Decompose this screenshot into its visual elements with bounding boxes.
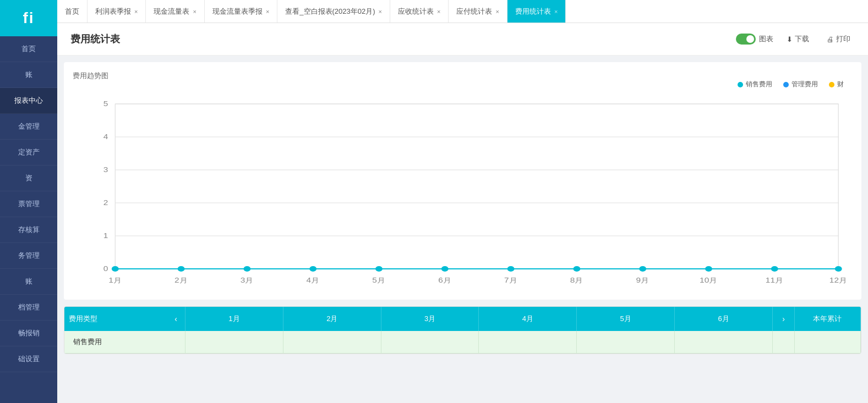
td-month-6 xyxy=(675,331,773,353)
td-month-4 xyxy=(479,331,577,353)
chart-area: 0 1 2 3 4 5 1月 2月 3月 4月 5月 xyxy=(73,87,853,291)
sidebar: fi 首页 账 报表中心 金管理 定资产 资 票管理 存核算 务管理 账 档管理… xyxy=(0,0,57,403)
svg-text:8月: 8月 xyxy=(570,277,583,284)
chart-section: 费用趋势图 销售费用 管理费用 财 xyxy=(64,62,861,300)
print-label: 打印 xyxy=(836,34,850,44)
svg-text:4月: 4月 xyxy=(307,277,320,284)
download-button[interactable]: ⬇ 下载 xyxy=(782,32,814,46)
th-fee-type: 费用类型 ‹ xyxy=(64,307,185,331)
download-label: 下载 xyxy=(795,34,809,44)
svg-text:10月: 10月 xyxy=(700,277,718,284)
svg-point-32 xyxy=(573,266,580,272)
legend-sales-dot xyxy=(738,82,743,87)
sidebar-item-home[interactable]: 首页 xyxy=(0,36,57,62)
tab-receivable-close[interactable]: × xyxy=(437,8,440,15)
svg-text:0: 0 xyxy=(103,265,108,273)
td-month-2 xyxy=(283,331,381,353)
th-month-4: 4月 xyxy=(479,307,577,331)
sidebar-item-inventory[interactable]: 存核算 xyxy=(0,217,57,243)
page-title: 费用统计表 xyxy=(70,32,120,46)
svg-text:1月: 1月 xyxy=(108,277,122,284)
tab-payable[interactable]: 应付统计表 × xyxy=(449,0,507,23)
table-row: 销售费用 xyxy=(64,331,861,354)
chart-toggle[interactable] xyxy=(736,34,756,45)
td-nav-spacer xyxy=(773,331,795,353)
svg-text:6月: 6月 xyxy=(438,277,451,284)
sidebar-item-resource[interactable]: 资 xyxy=(0,165,57,191)
header-actions: 图表 ⬇ 下载 🖨 打印 xyxy=(736,32,855,46)
th-month-6: 6月 xyxy=(675,307,773,331)
table-header: 费用类型 ‹ 1月 2月 3月 4月 5月 6月 › 本年累计 xyxy=(64,307,861,331)
th-month-5: 5月 xyxy=(577,307,675,331)
chart-title: 费用趋势图 xyxy=(73,71,853,81)
download-icon: ⬇ xyxy=(787,35,793,43)
td-total xyxy=(795,331,861,353)
sidebar-item-finance[interactable]: 金管理 xyxy=(0,114,57,140)
tab-payable-close[interactable]: × xyxy=(495,8,499,15)
chart-toggle-label: 图表 xyxy=(736,34,773,45)
tab-profit[interactable]: 利润表季报 × xyxy=(88,0,146,23)
tab-cashflow-close[interactable]: × xyxy=(193,8,196,15)
sidebar-item-settings[interactable]: 础设置 xyxy=(0,346,57,372)
svg-point-30 xyxy=(441,266,449,272)
svg-text:1: 1 xyxy=(103,232,108,240)
td-month-3 xyxy=(381,331,479,353)
svg-point-36 xyxy=(835,266,842,272)
svg-text:9月: 9月 xyxy=(636,277,649,284)
tab-blank-close[interactable]: × xyxy=(379,8,382,15)
print-button[interactable]: 🖨 打印 xyxy=(822,32,855,46)
legend-finance-dot xyxy=(829,82,834,87)
svg-text:5: 5 xyxy=(103,100,108,108)
th-fee-type-label: 费用类型 xyxy=(69,314,97,324)
svg-text:3: 3 xyxy=(103,166,108,174)
main-area: 首页 利润表季报 × 现金流量表 × 现金流量表季报 × 查看_空白报表(202… xyxy=(57,0,868,403)
td-month-1 xyxy=(185,331,283,353)
tab-cashflow-q[interactable]: 现金流量表季报 × xyxy=(205,0,277,23)
content-area: 费用统计表 图表 ⬇ 下载 🖨 打印 费用趋势图 xyxy=(57,23,868,403)
svg-point-28 xyxy=(309,266,316,272)
tab-home[interactable]: 首页 xyxy=(57,0,88,23)
table-next-button[interactable]: › xyxy=(779,313,788,324)
tab-cashflow[interactable]: 现金流量表 × xyxy=(146,0,204,23)
chart-svg: 0 1 2 3 4 5 1月 2月 3月 4月 5月 xyxy=(73,87,853,291)
td-fee-type: 销售费用 xyxy=(64,331,185,353)
sidebar-item-assets[interactable]: 定资产 xyxy=(0,140,57,165)
svg-text:7月: 7月 xyxy=(504,277,517,284)
table-next-button-cell: › xyxy=(773,307,795,331)
td-month-5 xyxy=(577,331,675,353)
svg-text:2: 2 xyxy=(103,199,108,207)
tab-blank[interactable]: 查看_空白报表(2023年02月) × xyxy=(277,0,390,23)
toggle-text: 图表 xyxy=(759,34,773,44)
table-prev-button[interactable]: ‹ xyxy=(171,313,181,324)
sidebar-item-account[interactable]: 账 xyxy=(0,62,57,88)
svg-rect-12 xyxy=(115,104,838,269)
sidebar-item-reports[interactable]: 报表中心 xyxy=(0,88,57,114)
svg-point-25 xyxy=(112,266,119,272)
tab-receivable[interactable]: 应收统计表 × xyxy=(390,0,449,23)
svg-text:5月: 5月 xyxy=(372,277,385,284)
sidebar-item-files[interactable]: 档管理 xyxy=(0,295,57,321)
sidebar-item-invoice[interactable]: 票管理 xyxy=(0,191,57,217)
tab-profit-close[interactable]: × xyxy=(134,8,138,15)
legend-admin-dot xyxy=(783,82,789,87)
svg-point-26 xyxy=(178,266,185,272)
tab-cashflow-q-close[interactable]: × xyxy=(266,8,269,15)
expense-table: 费用类型 ‹ 1月 2月 3月 4月 5月 6月 › 本年累计 销售费用 xyxy=(64,306,861,354)
sidebar-item-service[interactable]: 务管理 xyxy=(0,243,57,269)
sidebar-item-expense[interactable]: 畅报销 xyxy=(0,321,57,346)
tab-expense[interactable]: 费用统计表 × xyxy=(507,0,566,23)
svg-text:3月: 3月 xyxy=(241,277,254,284)
svg-point-34 xyxy=(705,266,712,272)
sidebar-item-account2[interactable]: 账 xyxy=(0,269,57,295)
svg-point-31 xyxy=(507,266,515,272)
svg-text:11月: 11月 xyxy=(766,277,784,284)
svg-point-29 xyxy=(375,266,383,272)
svg-text:2月: 2月 xyxy=(174,277,188,284)
tab-expense-close[interactable]: × xyxy=(554,8,558,15)
th-month-3: 3月 xyxy=(381,307,479,331)
svg-point-27 xyxy=(243,266,250,272)
th-month-2: 2月 xyxy=(283,307,381,331)
sidebar-logo: fi xyxy=(0,0,57,36)
tab-bar: 首页 利润表季报 × 现金流量表 × 现金流量表季报 × 查看_空白报表(202… xyxy=(57,0,868,23)
svg-text:12月: 12月 xyxy=(829,277,848,284)
